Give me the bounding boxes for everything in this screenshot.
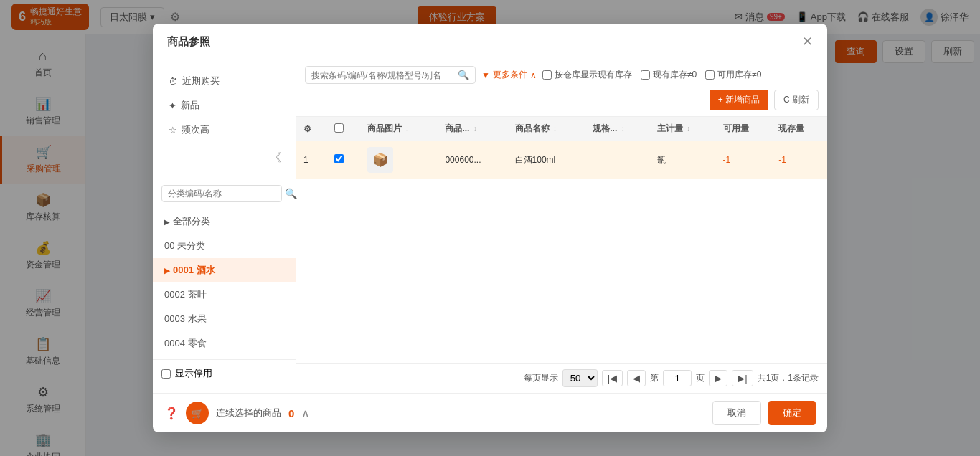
cat-all[interactable]: ▶ 全部分类 bbox=[153, 209, 296, 234]
category-search-input[interactable] bbox=[161, 185, 282, 202]
search-box: 🔍 bbox=[305, 66, 476, 84]
cart-symbol: 🛒 bbox=[192, 408, 203, 419]
last-page-btn[interactable]: ▶| bbox=[732, 370, 753, 386]
row-spec bbox=[585, 141, 649, 179]
product-reference-dialog: 商品参照 ✕ ⏱ 近期购买 ✦ 新品 ☆ 频次高 bbox=[153, 24, 827, 432]
chevron-up-icon: ∧ bbox=[530, 70, 537, 80]
sort-code-icon: ↕ bbox=[473, 125, 477, 133]
tab-new-items[interactable]: ✦ 新品 bbox=[161, 93, 287, 118]
dialog-close-button[interactable]: ✕ bbox=[802, 34, 813, 49]
cart-icon[interactable]: 🛒 bbox=[186, 402, 209, 424]
check-current-stock[interactable]: 现有库存≠0 bbox=[641, 69, 697, 81]
divider bbox=[161, 176, 287, 176]
row-img-cell: 📦 bbox=[360, 141, 438, 179]
tab-frequent[interactable]: ☆ 频次高 bbox=[161, 118, 287, 142]
select-all-checkbox[interactable] bbox=[334, 123, 344, 133]
cat-0002[interactable]: 0002 茶叶 bbox=[153, 282, 296, 307]
col-checkbox[interactable] bbox=[327, 117, 360, 141]
show-disabled-checkbox[interactable] bbox=[161, 369, 171, 379]
settings-icon: ⚙ bbox=[303, 124, 311, 134]
new-icon: ✦ bbox=[169, 100, 176, 111]
category-search-icon[interactable]: 🔍 bbox=[285, 188, 297, 199]
refresh-btn[interactable]: C 刷新 bbox=[774, 90, 819, 110]
cat-0004[interactable]: 0004 零食 bbox=[153, 331, 296, 356]
col-settings[interactable]: ⚙ bbox=[296, 117, 327, 141]
page-suffix: 页 bbox=[696, 372, 705, 384]
row-unit: 瓶 bbox=[650, 141, 716, 179]
col-stock-header[interactable]: 现存量 bbox=[771, 117, 827, 141]
tab-recent-label: 近期购买 bbox=[182, 75, 220, 87]
toolbar-right-btns: + 新增商品 C 刷新 bbox=[710, 90, 819, 110]
next-page-btn[interactable]: ▶ bbox=[709, 370, 727, 386]
row-index: 1 bbox=[296, 141, 327, 179]
collapse-up-icon[interactable]: ∧ bbox=[301, 407, 310, 420]
row-available: -1 bbox=[716, 141, 772, 179]
arrow-right-icon: ▶ bbox=[164, 218, 170, 226]
confirm-btn[interactable]: 确定 bbox=[768, 401, 816, 425]
sort-unit-icon: ↕ bbox=[687, 125, 690, 133]
check-warehouse-input[interactable] bbox=[542, 70, 552, 80]
product-table: ⚙ 商品图片 ↕ 商品... ↕ bbox=[296, 117, 827, 179]
cat-0003[interactable]: 0003 水果 bbox=[153, 307, 296, 331]
sort-spec-icon: ↕ bbox=[621, 125, 625, 133]
search-icon[interactable]: 🔍 bbox=[458, 70, 469, 80]
per-page-select[interactable]: 50 bbox=[562, 369, 598, 387]
dialog-header: 商品参照 ✕ bbox=[153, 24, 827, 60]
col-available-header[interactable]: 可用量 bbox=[716, 117, 772, 141]
more-filter-btn[interactable]: ▼ 更多条件 ∧ bbox=[481, 69, 537, 81]
table-row[interactable]: 1 📦 000600... 白酒100ml 瓶 -1 -1 bbox=[296, 141, 827, 179]
dialog-toolbar: 🔍 ▼ 更多条件 ∧ 按仓库显示现有库存 现 bbox=[296, 60, 827, 117]
sort-img-icon: ↕ bbox=[405, 125, 409, 133]
tab-recent-purchase[interactable]: ⏱ 近期购买 bbox=[161, 69, 287, 93]
check-available-stock-label: 可用库存≠0 bbox=[717, 69, 761, 81]
filter-label: 更多条件 bbox=[493, 69, 527, 81]
prev-page-btn[interactable]: ◀ bbox=[627, 370, 646, 386]
cat-00-label: 00 未分类 bbox=[164, 240, 205, 251]
col-name-header[interactable]: 商品名称 ↕ bbox=[508, 117, 586, 141]
row-checkbox-cell[interactable] bbox=[327, 141, 360, 179]
pagination: 每页显示 50 |◀ ◀ 第 页 ▶ ▶| 共1页，1条记录 bbox=[296, 363, 827, 393]
cat-0003-label: 0003 水果 bbox=[164, 313, 207, 324]
cancel-btn[interactable]: 取消 bbox=[712, 401, 761, 425]
help-icon[interactable]: ❓ bbox=[164, 407, 179, 420]
check-available-stock-input[interactable] bbox=[705, 70, 715, 80]
row-stock: -1 bbox=[771, 141, 827, 179]
cat-0004-label: 0004 零食 bbox=[164, 338, 207, 348]
product-table-wrap: ⚙ 商品图片 ↕ 商品... ↕ bbox=[296, 117, 827, 363]
add-product-btn[interactable]: + 新增商品 bbox=[710, 90, 768, 110]
dialog-overlay: 商品参照 ✕ ⏱ 近期购买 ✦ 新品 ☆ 频次高 bbox=[0, 0, 980, 456]
check-available-stock[interactable]: 可用库存≠0 bbox=[705, 69, 761, 81]
col-code-header[interactable]: 商品... ↕ bbox=[438, 117, 507, 141]
star-icon: ☆ bbox=[169, 125, 177, 136]
quick-tabs: ⏱ 近期购买 ✦ 新品 ☆ 频次高 bbox=[153, 66, 296, 145]
product-search-input[interactable] bbox=[311, 70, 455, 80]
row-code: 000600... bbox=[438, 141, 507, 179]
collapse-left-btn[interactable]: 《 bbox=[261, 148, 290, 168]
cat-00[interactable]: 00 未分类 bbox=[153, 234, 296, 258]
cat-0002-label: 0002 茶叶 bbox=[164, 289, 207, 300]
footer-right: 取消 确定 bbox=[712, 401, 816, 425]
row-name: 白酒100ml bbox=[508, 141, 586, 179]
check-current-stock-input[interactable] bbox=[641, 70, 650, 80]
dialog-left-panel: ⏱ 近期购买 ✦ 新品 ☆ 频次高 《 bbox=[153, 60, 296, 393]
first-page-btn[interactable]: |◀ bbox=[602, 370, 623, 386]
toolbar-checks: 按仓库显示现有库存 现有库存≠0 可用库存≠0 bbox=[542, 69, 762, 81]
row-checkbox[interactable] bbox=[334, 154, 344, 163]
dialog-right-panel: 🔍 ▼ 更多条件 ∧ 按仓库显示现有库存 现 bbox=[296, 60, 827, 393]
cat-0001-label: 0001 酒水 bbox=[173, 264, 215, 277]
footer-left: ❓ 🛒 连续选择的商品 0 ∧ bbox=[164, 402, 310, 424]
sort-name-icon: ↕ bbox=[553, 125, 557, 133]
total-info: 共1页，1条记录 bbox=[758, 372, 819, 384]
product-image: 📦 bbox=[367, 147, 393, 173]
page-input[interactable] bbox=[663, 370, 692, 386]
cat-0001[interactable]: ▶ 0001 酒水 bbox=[153, 258, 296, 282]
selected-label: 连续选择的商品 bbox=[216, 407, 281, 419]
col-spec-header[interactable]: 规格... ↕ bbox=[585, 117, 649, 141]
per-page-label: 每页显示 bbox=[524, 372, 558, 384]
selected-count: 0 bbox=[288, 407, 294, 419]
dialog-body: ⏱ 近期购买 ✦ 新品 ☆ 频次高 《 bbox=[153, 60, 827, 393]
check-warehouse[interactable]: 按仓库显示现有库存 bbox=[542, 69, 632, 81]
arrow-active-icon: ▶ bbox=[164, 267, 170, 275]
col-unit-header[interactable]: 主计量 ↕ bbox=[650, 117, 716, 141]
filter-icon: ▼ bbox=[481, 70, 490, 80]
